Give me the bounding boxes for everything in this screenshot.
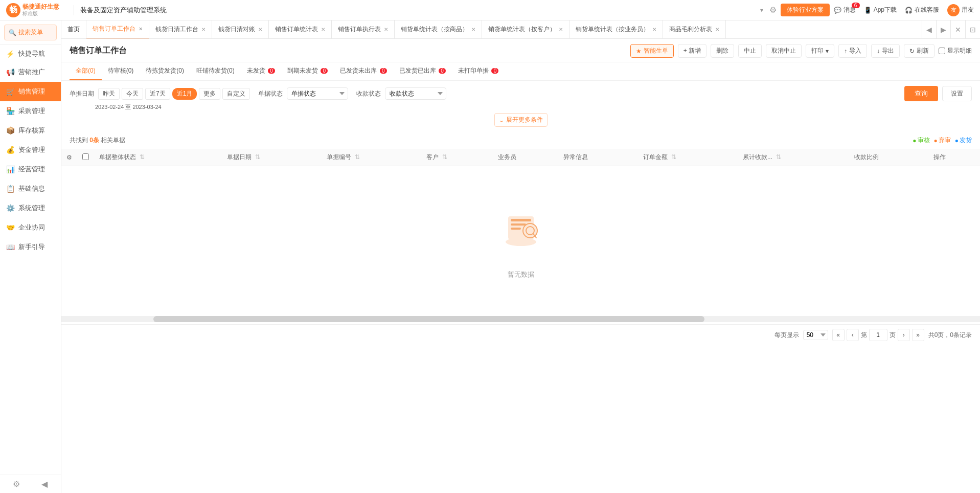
scrollbar-thumb[interactable] xyxy=(153,316,704,322)
query-button[interactable]: 查询 xyxy=(904,86,938,101)
tab-sales-stats[interactable]: 销售订单统计表 ✕ xyxy=(269,20,332,39)
sidebar-item-system[interactable]: ⚙️ 系统管理 xyxy=(0,198,61,218)
quick-audit-btn[interactable]: ● 审核 xyxy=(913,136,929,145)
date-shortcut-custom[interactable]: 自定义 xyxy=(222,88,250,100)
expand-filter-button[interactable]: ⌄ 展开更多条件 xyxy=(494,113,548,127)
horizontal-scrollbar[interactable] xyxy=(61,316,980,322)
tab-sales-exec-close[interactable]: ✕ xyxy=(384,27,388,32)
sub-tab-all-label: 全部(0) xyxy=(76,67,96,74)
add-button[interactable]: + 新增 xyxy=(678,44,706,58)
sub-tab-not-printed[interactable]: 未打印单据 0 xyxy=(452,62,505,80)
quick-cancel-btn[interactable]: ● 弃审 xyxy=(934,136,951,145)
sidebar-item-marketing[interactable]: 📢 营销推广 xyxy=(0,62,61,82)
sidebar-item-operations[interactable]: 📊 经营管理 xyxy=(0,160,61,179)
stop-button[interactable]: 中止 xyxy=(738,44,762,58)
page-prev-btn[interactable]: ‹ xyxy=(847,329,859,341)
settings-button[interactable]: 设置 xyxy=(942,86,972,101)
sub-tab-pending-receive[interactable]: 待拣货发货(0) xyxy=(140,62,190,80)
sub-tab-shipped-out[interactable]: 已发货已出库 0 xyxy=(393,62,452,80)
tab-sales-order[interactable]: 销售订单工作台 ✕ xyxy=(86,20,149,39)
tab-summary-customer-close[interactable]: ✕ xyxy=(559,27,563,32)
dropdown-arrow-icon[interactable]: ▾ xyxy=(760,7,763,14)
tab-close-all-btn[interactable]: ✕ xyxy=(950,20,965,39)
sidebar-item-sales[interactable]: 🛒 销售管理 xyxy=(0,82,61,101)
sub-tab-wangpu[interactable]: 旺铺待发货(0) xyxy=(190,62,241,80)
message-icon-btn[interactable]: 💬 消息 6 xyxy=(834,6,856,14)
sub-tab-shipped-not-out[interactable]: 已发货未出库 0 xyxy=(334,62,393,80)
sidebar-item-guide[interactable]: 📖 新手引导 xyxy=(0,237,61,257)
settings-icon[interactable]: ⚙ xyxy=(769,5,777,15)
sidebar-item-purchase[interactable]: 🏪 采购管理 xyxy=(0,101,61,121)
export-button[interactable]: ↓ 导出 xyxy=(871,44,900,58)
sort-amount-icon[interactable]: ⇅ xyxy=(671,153,676,161)
tab-summary-product-close[interactable]: ✕ xyxy=(471,27,475,32)
sort-date-icon[interactable]: ⇅ xyxy=(255,153,260,161)
sub-tab-expired[interactable]: 到期未发货 0 xyxy=(281,62,334,80)
tab-home[interactable]: 首页 xyxy=(61,20,86,39)
online-support-btn[interactable]: 🎧 在线客服 xyxy=(905,6,939,14)
col-staff: 业务员 xyxy=(493,149,558,166)
tab-sales-exec[interactable]: 销售订单执行表 ✕ xyxy=(332,20,395,39)
tab-scroll-left-btn[interactable]: ◀ xyxy=(922,20,936,39)
page-next-btn[interactable]: › xyxy=(898,329,910,341)
tab-scroll-right-btn[interactable]: ▶ xyxy=(936,20,950,39)
tab-product-margin-close[interactable]: ✕ xyxy=(715,27,719,32)
logo-title: 畅捷通好生意 xyxy=(22,3,59,10)
user-btn[interactable]: 友 用友 xyxy=(947,4,974,16)
per-page-select[interactable]: 50 100 xyxy=(803,330,828,340)
select-all-checkbox[interactable] xyxy=(82,153,89,160)
tab-product-margin[interactable]: 商品毛利分析表 ✕ xyxy=(663,20,726,39)
date-shortcut-7days[interactable]: 近7天 xyxy=(145,88,170,100)
sort-number-icon[interactable]: ⇅ xyxy=(355,153,360,161)
sort-status-icon[interactable]: ⇅ xyxy=(140,153,145,161)
app-download-btn[interactable]: 📱 App下载 xyxy=(864,6,897,14)
import-button[interactable]: ↑ 导入 xyxy=(838,44,867,58)
show-detail-checkbox[interactable] xyxy=(939,48,945,54)
sub-tab-all[interactable]: 全部(0) xyxy=(70,62,102,80)
tab-summary-customer[interactable]: 销货单统计表（按客户） ✕ xyxy=(482,20,569,39)
settings-bottom-button[interactable]: ⚙ xyxy=(4,479,29,489)
cancel-stop-button[interactable]: 取消中止 xyxy=(766,44,802,58)
date-shortcut-more[interactable]: 更多 xyxy=(199,88,220,100)
delete-button[interactable]: 删除 xyxy=(711,44,734,58)
page-number-input[interactable] xyxy=(869,329,887,341)
page-last-btn[interactable]: » xyxy=(912,329,924,341)
sort-collection-icon[interactable]: ⇅ xyxy=(776,153,781,161)
sidebar-item-corp[interactable]: 🤝 企业协同 xyxy=(0,218,61,237)
tab-sales-stats-close[interactable]: ✕ xyxy=(321,27,325,32)
print-button[interactable]: 打印 ▾ xyxy=(806,44,834,58)
sort-customer-icon[interactable]: ⇅ xyxy=(442,153,447,161)
tab-cash-daily-close[interactable]: ✕ xyxy=(201,27,206,32)
quick-ship-btn[interactable]: ● 发货 xyxy=(955,136,972,145)
tab-summary-staff[interactable]: 销货单统计表（按业务员） ✕ xyxy=(569,20,663,39)
tab-cash-reconcile-close[interactable]: ✕ xyxy=(258,27,262,32)
tab-sales-order-close[interactable]: ✕ xyxy=(139,26,143,32)
sub-tab-not-shipped[interactable]: 未发货 0 xyxy=(241,62,281,80)
refresh-icon: ↻ xyxy=(909,48,915,55)
col-settings-icon[interactable]: ⚙ xyxy=(66,154,72,161)
sidebar-item-inventory[interactable]: 📦 库存核算 xyxy=(0,121,61,140)
tab-summary-product[interactable]: 销货单统计表（按商品） ✕ xyxy=(395,20,482,39)
date-shortcut-yesterday[interactable]: 昨天 xyxy=(98,88,120,100)
smart-create-button[interactable]: ★ 智能生单 xyxy=(630,44,674,58)
sidebar-item-quick-nav[interactable]: ⚡ 快捷导航 xyxy=(0,45,61,62)
search-menu-button[interactable]: 🔍 搜索菜单 xyxy=(4,25,57,40)
refresh-button[interactable]: ↻ 刷新 xyxy=(904,44,935,58)
sidebar-item-finance[interactable]: 💰 资金管理 xyxy=(0,140,61,160)
page-first-btn[interactable]: « xyxy=(832,329,845,341)
tab-cash-reconcile[interactable]: 钱货日清对账 ✕ xyxy=(212,20,269,39)
date-shortcut-today[interactable]: 今天 xyxy=(122,88,143,100)
date-shortcut-1month[interactable]: 近1月 xyxy=(172,88,197,100)
tab-bar: 首页 销售订单工作台 ✕ 钱货日清工作台 ✕ 钱货日清对账 ✕ 销售订单统计表 … xyxy=(61,20,980,39)
industry-solution-button[interactable]: 体验行业方案 xyxy=(781,4,830,16)
sidebar-item-basic-info[interactable]: 📋 基础信息 xyxy=(0,179,61,198)
tab-cash-daily[interactable]: 钱货日清工作台 ✕ xyxy=(149,20,212,39)
sub-tab-pending-review[interactable]: 待审核(0) xyxy=(102,62,140,80)
status-filter-select[interactable]: 单据状态 xyxy=(287,87,348,100)
collapse-sidebar-button[interactable]: ◀ xyxy=(33,479,57,489)
collection-filter-select[interactable]: 收款状态 xyxy=(385,87,446,100)
empty-state: 暂无数据 xyxy=(66,170,975,310)
tab-menu-btn[interactable]: ⊡ xyxy=(965,20,980,39)
tab-summary-staff-close[interactable]: ✕ xyxy=(652,27,656,32)
show-detail-checkbox-label[interactable]: 显示明细 xyxy=(939,47,972,55)
